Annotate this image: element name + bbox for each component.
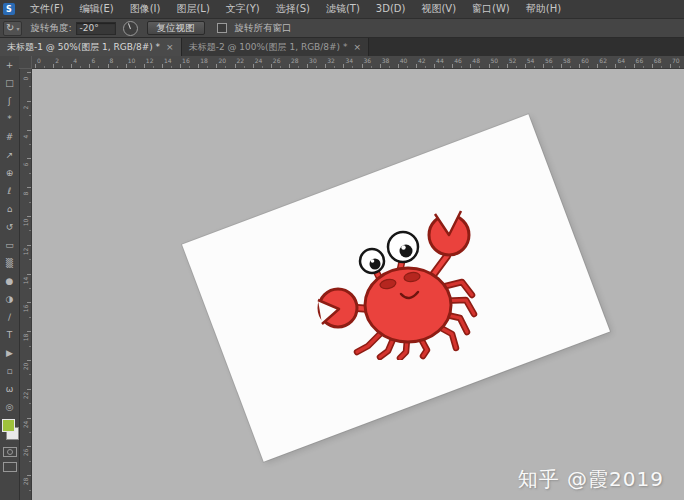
- menu-item-11[interactable]: 帮助(H): [518, 0, 569, 18]
- ruler-tick-minor: [280, 66, 281, 68]
- ruler-tick: [615, 64, 616, 68]
- rotation-angle-label: 旋转角度:: [30, 22, 71, 35]
- ruler-tick-minor: [29, 346, 31, 347]
- vertical-ruler[interactable]: 0246810121416182022242628: [19, 68, 32, 500]
- eyedropper-tool[interactable]: ↗: [1, 146, 19, 164]
- ruler-label: 30: [309, 57, 317, 64]
- ruler-label: 22: [237, 57, 245, 64]
- rotate-all-windows-checkbox[interactable]: [217, 23, 227, 33]
- ruler-tick-minor: [262, 66, 263, 68]
- ruler-corner: [19, 56, 32, 69]
- ruler-tick-minor: [29, 403, 31, 404]
- close-icon[interactable]: ×: [353, 42, 361, 52]
- crop-tool[interactable]: #: [1, 128, 19, 146]
- ruler-tick-minor: [552, 66, 553, 68]
- ruler-tick-minor: [389, 66, 390, 68]
- ruler-label: 28: [22, 476, 29, 488]
- ruler-label: 60: [581, 57, 589, 64]
- menu-item-10[interactable]: 窗口(W): [464, 0, 518, 18]
- ruler-tick-minor: [29, 490, 31, 491]
- ruler-tick-minor: [352, 66, 353, 68]
- move-tool[interactable]: +: [1, 56, 19, 74]
- ruler-tick-minor: [80, 66, 81, 68]
- ruler-label: 40: [400, 57, 408, 64]
- ruler-tick-minor: [588, 66, 589, 68]
- rotate-view-tool-button[interactable]: ↻ ▾: [3, 21, 22, 36]
- ruler-tick-minor: [29, 144, 31, 145]
- ruler-tick-minor: [29, 115, 31, 116]
- eraser-tool[interactable]: ▭: [1, 236, 19, 254]
- ruler-tick: [71, 64, 72, 68]
- menu-item-2[interactable]: 编辑(E): [72, 0, 122, 18]
- document-tab-2[interactable]: 未标题-2 @ 100%(图层 1, RGB/8#) *×: [182, 38, 369, 56]
- menu-item-6[interactable]: 选择(S): [268, 0, 318, 18]
- ruler-tick-minor: [29, 259, 31, 260]
- ruler-tick: [380, 64, 381, 68]
- menu-item-8[interactable]: 3D(D): [368, 0, 414, 18]
- brush-tool[interactable]: ℓ: [1, 182, 19, 200]
- ruler-tick-minor: [316, 66, 317, 68]
- quick-selection-tool[interactable]: *: [1, 110, 19, 128]
- ruler-tick: [507, 64, 508, 68]
- horizontal-ruler[interactable]: 0246810121416182022242628303234363840424…: [31, 56, 684, 69]
- ruler-label: 6: [22, 159, 29, 171]
- ruler-tick-minor: [334, 66, 335, 68]
- ruler-label: 18: [200, 57, 208, 64]
- screen-mode-button[interactable]: [3, 462, 17, 472]
- document-tab-1[interactable]: 未标题-1 @ 50%(图层 1, RGB/8#) *×: [0, 38, 182, 56]
- ruler-tick: [180, 64, 181, 68]
- ruler-tick: [108, 64, 109, 68]
- lasso-tool[interactable]: ʃ: [1, 92, 19, 110]
- ruler-tick-minor: [606, 66, 607, 68]
- spot-healing-brush-tool[interactable]: ⊕: [1, 164, 19, 182]
- rectangular-marquee-tool[interactable]: □: [1, 74, 19, 92]
- menu-item-9[interactable]: 视图(V): [413, 0, 464, 18]
- ruler-label: 20: [218, 57, 226, 64]
- canvas-area[interactable]: 知乎 @霞2019: [31, 68, 684, 500]
- menu-item-4[interactable]: 图层(L): [168, 0, 217, 18]
- rotation-compass-dial[interactable]: [123, 21, 138, 36]
- quick-mask-mode-button[interactable]: [3, 447, 17, 457]
- menu-item-5[interactable]: 文字(Y): [218, 0, 268, 18]
- ruler-label: 62: [599, 57, 607, 64]
- ruler-tick: [543, 64, 544, 68]
- ruler-label: 16: [182, 57, 190, 64]
- ruler-label: 36: [364, 57, 372, 64]
- ruler-tick-minor: [29, 230, 31, 231]
- zoom-tool[interactable]: ◎: [1, 398, 19, 416]
- path-selection-tool[interactable]: ▶: [1, 344, 19, 362]
- rotation-angle-input[interactable]: -20°: [76, 22, 116, 35]
- close-icon[interactable]: ×: [166, 42, 174, 52]
- rectangle-tool[interactable]: ▫: [1, 362, 19, 380]
- ruler-tick-minor: [679, 66, 680, 68]
- ruler-tick: [343, 64, 344, 68]
- ruler-tick-minor: [29, 86, 31, 87]
- menu-item-3[interactable]: 图像(I): [122, 0, 169, 18]
- clone-stamp-tool[interactable]: ⌂: [1, 200, 19, 218]
- ruler-tick-minor: [661, 66, 662, 68]
- gradient-tool[interactable]: ▒: [1, 254, 19, 272]
- menu-item-7[interactable]: 滤镜(T): [318, 0, 368, 18]
- dodge-tool[interactable]: ◑: [1, 290, 19, 308]
- ruler-tick-minor: [225, 66, 226, 68]
- history-brush-tool[interactable]: ↺: [1, 218, 19, 236]
- ruler-tick: [634, 64, 635, 68]
- pen-tool[interactable]: ∕: [1, 308, 19, 326]
- menu-item-1[interactable]: 文件(F): [22, 0, 72, 18]
- ruler-tick-minor: [244, 66, 245, 68]
- ruler-label: 64: [617, 57, 625, 64]
- blur-tool[interactable]: ●: [1, 272, 19, 290]
- ruler-label: 50: [491, 57, 499, 64]
- foreground-color-swatch[interactable]: [2, 419, 15, 432]
- reset-view-button[interactable]: 复位视图: [147, 21, 205, 35]
- tool-strip: +□ʃ*#↗⊕ℓ⌂↺▭▒●◑∕T▶▫ω◎: [0, 56, 20, 500]
- quick-mask-icon: [7, 449, 13, 455]
- hand-tool[interactable]: ω: [1, 380, 19, 398]
- app-logo: S: [3, 3, 15, 15]
- ruler-tick-minor: [643, 66, 644, 68]
- horizontal-type-tool[interactable]: T: [1, 326, 19, 344]
- ruler-label: 24: [22, 418, 29, 430]
- ruler-tick: [253, 64, 254, 68]
- ruler-tick-minor: [29, 432, 31, 433]
- ruler-label: 48: [472, 57, 480, 64]
